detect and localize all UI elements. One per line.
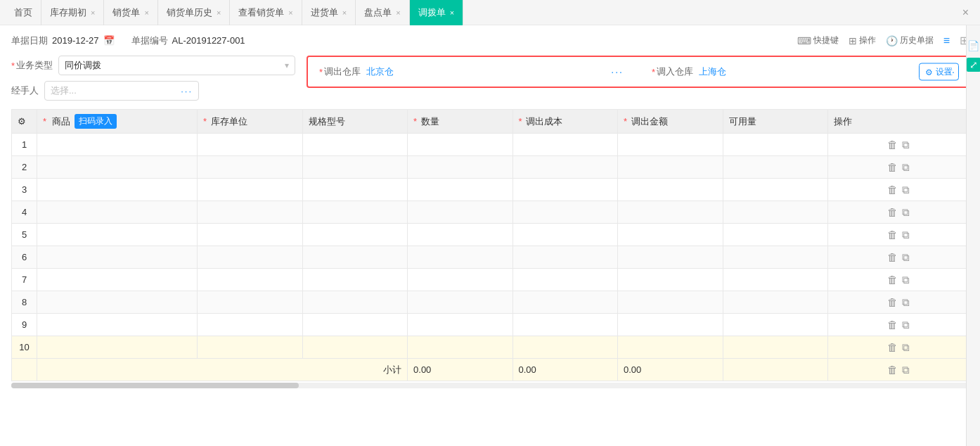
tab-sales-order[interactable]: 销货单 × <box>104 0 157 25</box>
subtotal-delete-icon[interactable]: 🗑 <box>887 364 898 376</box>
row-7-copy-icon[interactable]: ⧉ <box>902 274 910 286</box>
row-2-amount[interactable] <box>618 156 723 179</box>
row-8-available[interactable] <box>723 291 828 314</box>
row-1-unit[interactable] <box>198 134 302 156</box>
row-10-available[interactable] <box>723 336 828 359</box>
subtotal-copy-icon[interactable]: ⧉ <box>902 364 910 376</box>
view-toggle-list[interactable]: ≡ <box>943 34 950 47</box>
row-4-amount[interactable] <box>618 201 723 224</box>
row-6-qty[interactable] <box>408 246 512 269</box>
th-gear[interactable]: ⚙ <box>12 110 37 134</box>
row-6-unit[interactable] <box>198 246 302 269</box>
row-5-delete-icon[interactable]: 🗑 <box>887 229 898 241</box>
row-1-cost[interactable] <box>512 134 617 156</box>
row-10-goods[interactable] <box>37 336 198 359</box>
row-6-available[interactable] <box>723 246 828 269</box>
row-5-unit[interactable] <box>198 224 302 246</box>
row-7-available[interactable] <box>723 269 828 291</box>
row-5-amount[interactable] <box>618 224 723 246</box>
row-1-spec[interactable] <box>302 134 407 156</box>
tab-home[interactable]: 首页 <box>6 0 41 25</box>
row-1-goods[interactable] <box>37 134 198 156</box>
row-4-goods[interactable] <box>37 201 198 224</box>
row-6-goods[interactable] <box>37 246 198 269</box>
row-7-spec[interactable] <box>302 269 407 291</box>
row-10-unit[interactable] <box>198 336 302 359</box>
row-1-amount[interactable] <box>618 134 723 156</box>
tab-sales-order-close[interactable]: × <box>144 8 148 17</box>
row-8-amount[interactable] <box>618 291 723 314</box>
row-5-goods[interactable] <box>37 224 198 246</box>
row-2-cost[interactable] <box>512 156 617 179</box>
row-6-amount[interactable] <box>618 246 723 269</box>
row-9-copy-icon[interactable]: ⧉ <box>902 319 910 331</box>
row-10-amount[interactable] <box>618 336 723 359</box>
row-4-copy-icon[interactable]: ⧉ <box>902 206 910 219</box>
row-3-qty[interactable] <box>408 179 512 201</box>
row-7-qty[interactable] <box>408 269 512 291</box>
tab-view-sales-close[interactable]: × <box>288 8 292 17</box>
sidebar-doc-icon[interactable]: 📄 <box>967 39 980 52</box>
row-7-delete-icon[interactable]: 🗑 <box>887 274 898 286</box>
row-3-spec[interactable] <box>302 179 407 201</box>
row-7-goods[interactable] <box>37 269 198 291</box>
row-3-delete-icon[interactable]: 🗑 <box>887 184 898 196</box>
tab-transfer-close[interactable]: × <box>450 8 454 17</box>
row-6-copy-icon[interactable]: ⧉ <box>902 251 910 264</box>
row-5-cost[interactable] <box>512 224 617 246</box>
row-4-qty[interactable] <box>408 201 512 224</box>
row-9-goods[interactable] <box>37 314 198 336</box>
row-1-copy-icon[interactable]: ⧉ <box>902 139 910 151</box>
row-5-spec[interactable] <box>302 224 407 246</box>
row-3-amount[interactable] <box>618 179 723 201</box>
row-7-cost[interactable] <box>512 269 617 291</box>
tab-inventory-init[interactable]: 库存期初 × <box>41 0 104 25</box>
tab-stocktake[interactable]: 盘点单 × <box>356 0 409 25</box>
row-9-delete-icon[interactable]: 🗑 <box>887 319 898 331</box>
row-4-delete-icon[interactable]: 🗑 <box>887 206 898 219</box>
scan-barcode-button[interactable]: 扫码录入 <box>75 114 117 129</box>
row-9-spec[interactable] <box>302 314 407 336</box>
row-10-copy-icon[interactable]: ⧉ <box>902 341 910 354</box>
row-2-spec[interactable] <box>302 156 407 179</box>
row-2-qty[interactable] <box>408 156 512 179</box>
row-4-unit[interactable] <box>198 201 302 224</box>
row-1-qty[interactable] <box>408 134 512 156</box>
tab-sales-history-close[interactable]: × <box>217 8 221 17</box>
row-9-amount[interactable] <box>618 314 723 336</box>
row-3-copy-icon[interactable]: ⧉ <box>902 184 910 196</box>
row-10-cost[interactable] <box>512 336 617 359</box>
row-3-goods[interactable] <box>37 179 198 201</box>
business-type-input[interactable]: 同价调拨 ▾ <box>58 56 295 75</box>
row-2-goods[interactable] <box>37 156 198 179</box>
row-9-cost[interactable] <box>512 314 617 336</box>
history-action[interactable]: 🕐 历史单据 <box>886 34 934 46</box>
row-8-goods[interactable] <box>37 291 198 314</box>
tab-purchase[interactable]: 进货单 × <box>302 0 356 25</box>
tab-stocktake-close[interactable]: × <box>396 8 400 17</box>
row-3-cost[interactable] <box>512 179 617 201</box>
row-3-available[interactable] <box>723 179 828 201</box>
row-1-available[interactable] <box>723 134 828 156</box>
row-2-unit[interactable] <box>198 156 302 179</box>
row-10-qty[interactable] <box>408 336 512 359</box>
row-6-cost[interactable] <box>512 246 617 269</box>
row-1-delete-icon[interactable]: 🗑 <box>887 139 898 151</box>
row-8-spec[interactable] <box>302 291 407 314</box>
transfer-out-dots[interactable]: ··· <box>611 66 624 77</box>
row-9-unit[interactable] <box>198 314 302 336</box>
row-2-copy-icon[interactable]: ⧉ <box>902 161 910 174</box>
tabs-bar-close-btn[interactable]: × <box>957 6 974 19</box>
horizontal-scrollbar[interactable] <box>11 383 969 388</box>
row-8-delete-icon[interactable]: 🗑 <box>887 296 898 309</box>
row-7-unit[interactable] <box>198 269 302 291</box>
row-6-delete-icon[interactable]: 🗑 <box>887 251 898 264</box>
row-2-delete-icon[interactable]: 🗑 <box>887 161 898 174</box>
manager-input[interactable]: 选择... ··· <box>44 81 199 101</box>
settings-button[interactable]: ⚙ 设置 <box>919 63 959 81</box>
row-8-unit[interactable] <box>198 291 302 314</box>
shortcut-action[interactable]: ⌨ 快捷键 <box>797 34 839 46</box>
row-3-unit[interactable] <box>198 179 302 201</box>
row-8-copy-icon[interactable]: ⧉ <box>902 296 910 309</box>
tab-inventory-init-close[interactable]: × <box>91 8 95 17</box>
